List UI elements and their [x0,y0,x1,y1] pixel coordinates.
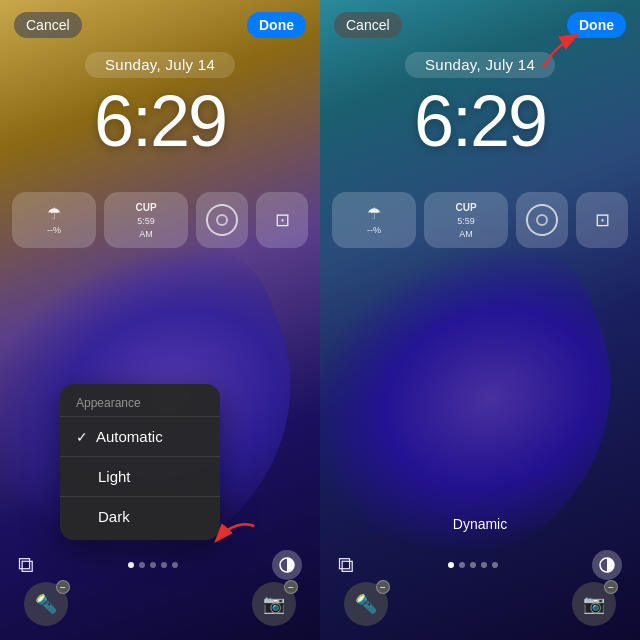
layers-icon-left: ⧉ [18,552,34,578]
left-done-button[interactable]: Done [247,12,306,38]
left-action-buttons: 🔦 − 📷 − [0,582,320,626]
right-dots-row [448,562,498,568]
left-lock-time: 6:29 [94,80,226,162]
left-widget-circle [196,192,248,248]
right-widget-last: ⊡ [576,192,628,248]
flashlight-icon-left: 🔦 [35,593,57,615]
left-widget-weather-text: --% [47,225,61,236]
left-widget-cup: CUP 5:59 AM [104,192,188,248]
left-widget-weather: ☂ --% [12,192,96,248]
right-widgets-row: ☂ --% CUP 5:59 AM ⊡ [332,192,628,248]
left-lock-date: Sunday, July 14 [85,52,235,78]
dynamic-label: Dynamic [453,516,507,532]
appearance-toggle-left[interactable] [272,550,302,580]
flashlight-icon-right: 🔦 [355,593,377,615]
minus-badge-flashlight-left: − [56,580,70,594]
arrow-indicator [210,515,260,555]
right-widget-cup-ampm: AM [459,229,473,240]
red-arrow-left [205,508,266,563]
appearance-toggle-right[interactable] [592,550,622,580]
dot-3-right [470,562,476,568]
dot-5-left [172,562,178,568]
popup-item-dark[interactable]: Dark [60,499,220,534]
minus-badge-flashlight-right: − [376,580,390,594]
half-circle-icon [279,557,295,573]
left-dots-row [128,562,178,568]
dot-3-left [150,562,156,568]
right-widget-cup-label: CUP [455,202,476,214]
right-action-buttons: 🔦 − 📷 − [320,582,640,626]
left-widget-cup-ampm: AM [139,229,153,240]
flashlight-wrapper-left: 🔦 − [24,582,68,626]
popup-dark-label: Dark [98,508,130,525]
flashlight-wrapper-right: 🔦 − [344,582,388,626]
dot-2-left [139,562,145,568]
popup-header-label: Appearance [60,390,220,414]
popup-automatic-label: Automatic [96,428,163,445]
right-widget-weather-text: --% [367,225,381,236]
left-panel: Cancel Done Sunday, July 14 6:29 ☂ --% C… [0,0,320,640]
dot-2-right [459,562,465,568]
right-widget-weather: ☂ --% [332,192,416,248]
left-bottom-bar: ⧉ [0,550,320,580]
popup-divider-2 [60,456,220,457]
left-cancel-button[interactable]: Cancel [14,12,82,38]
minus-badge-camera-left: − [284,580,298,594]
dot-4-left [161,562,167,568]
right-header: Cancel Done [320,12,640,38]
popup-light-label: Light [98,468,131,485]
camera-icon-left: 📷 [263,593,285,615]
umbrella-icon: ☂ [47,204,61,223]
minus-badge-camera-right: − [604,580,618,594]
popup-divider-3 [60,496,220,497]
circle-ring-icon [206,204,238,236]
left-widget-cup-label: CUP [135,202,156,214]
dot-1-left [128,562,134,568]
left-widgets-row: ☂ --% CUP 5:59 AM ⊡ [12,192,308,248]
right-cancel-button[interactable]: Cancel [334,12,402,38]
dot-4-right [481,562,487,568]
checkmark-icon: ✓ [76,429,88,445]
grid-icon-right: ⊡ [595,209,610,231]
camera-icon-right: 📷 [583,593,605,615]
right-bottom-bar: ⧉ [320,550,640,580]
right-widget-circle [516,192,568,248]
appearance-popup: Appearance ✓ Automatic Light Dark [60,384,220,540]
dot-5-right [492,562,498,568]
done-arrow-indicator [533,28,588,77]
right-widget-cup-time: 5:59 [457,216,475,227]
right-widget-cup: CUP 5:59 AM [424,192,508,248]
right-panel: Cancel Done Sunday, July 14 6:29 ☂ --% C… [320,0,640,640]
dot-1-right [448,562,454,568]
right-lock-time: 6:29 [414,80,546,162]
camera-wrapper-left: 📷 − [252,582,296,626]
left-widget-last: ⊡ [256,192,308,248]
red-arrow-right [533,28,588,73]
popup-item-light[interactable]: Light [60,459,220,494]
layers-icon-right: ⧉ [338,552,354,578]
popup-divider-1 [60,416,220,417]
half-circle-icon-right [599,557,615,573]
umbrella-icon-right: ☂ [367,204,381,223]
grid-icon: ⊡ [275,209,290,231]
popup-item-automatic[interactable]: ✓ Automatic [60,419,220,454]
left-widget-cup-time: 5:59 [137,216,155,227]
camera-wrapper-right: 📷 − [572,582,616,626]
circle-ring-icon-right [526,204,558,236]
left-header: Cancel Done [0,12,320,38]
